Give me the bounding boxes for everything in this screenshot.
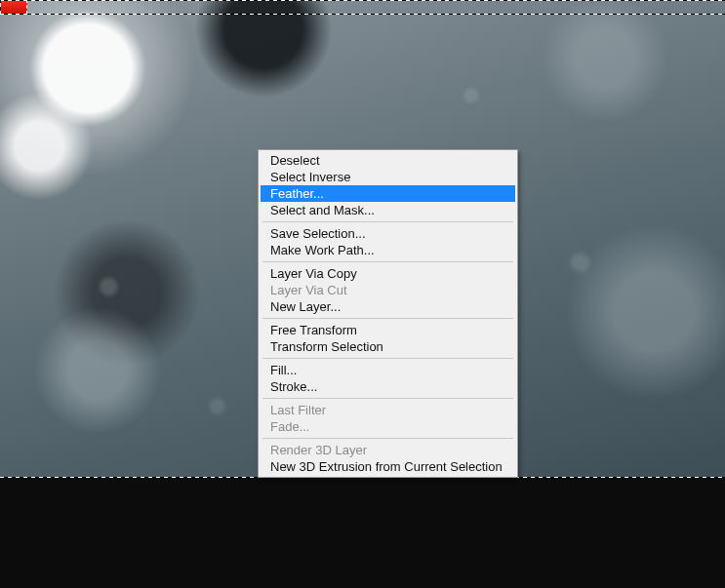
menu-item-fade: Fade... [261,418,515,435]
menu-item-layer-via-copy[interactable]: Layer Via Copy [261,265,515,282]
menu-item-last-filter: Last Filter [261,402,515,418]
menu-item-feather[interactable]: Feather... [261,185,515,202]
menu-separator [262,261,513,262]
selection-context-menu: DeselectSelect InverseFeather...Select a… [258,149,518,478]
menu-item-make-work-path[interactable]: Make Work Path... [261,242,515,258]
menu-item-select-inverse[interactable]: Select Inverse [261,169,515,185]
menu-item-free-transform[interactable]: Free Transform [261,322,515,338]
menu-separator [262,438,513,439]
menu-item-select-and-mask[interactable]: Select and Mask... [261,202,515,218]
menu-item-save-selection[interactable]: Save Selection... [261,225,515,242]
selection-marker-corner [0,0,27,14]
menu-separator [262,398,513,399]
menu-item-new-3d-extrusion[interactable]: New 3D Extrusion from Current Selection [261,458,515,475]
menu-item-fill[interactable]: Fill... [261,362,515,378]
menu-item-deselect[interactable]: Deselect [261,152,515,169]
menu-separator [262,318,513,319]
menu-item-stroke[interactable]: Stroke... [261,378,515,395]
menu-item-layer-via-cut: Layer Via Cut [261,282,515,298]
menu-item-new-layer[interactable]: New Layer... [261,298,515,315]
menu-separator [262,221,513,222]
menu-item-render-3d-layer: Render 3D Layer [261,442,515,458]
menu-item-transform-selection[interactable]: Transform Selection [261,338,515,355]
menu-separator [262,358,513,359]
editor-canvas[interactable]: DeselectSelect InverseFeather...Select a… [0,0,725,588]
